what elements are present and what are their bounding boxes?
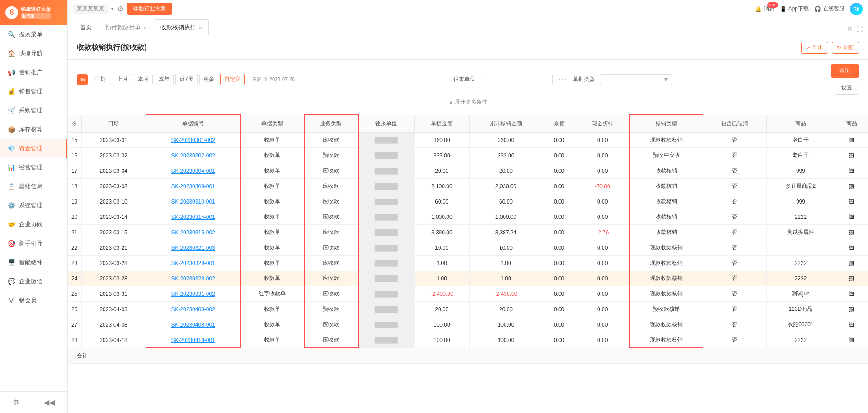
settings-button[interactable]: 设置 [835,81,859,95]
collapse-icon[interactable]: ◀◀ [41,395,57,409]
logo-icon: 6 [5,6,18,19]
cell-balance: 0.00 [542,194,576,209]
cell-writeoff: 10.00 [470,240,542,256]
sidebar-item-inventory[interactable]: 📦 库存核算 [0,120,67,139]
sidebar-item-wechat[interactable]: 💬 企业微信 [0,272,67,291]
user-avatar[interactable]: Rit [850,3,863,15]
cell-bill-no[interactable]: SK-20230403-002 [146,302,241,317]
tab-home[interactable]: 首页 [73,19,99,35]
app-download-link[interactable]: 📱 App下载 [780,5,809,13]
cell-bill-no[interactable]: SK-20230418-001 [146,332,241,348]
tab-maximize-icon[interactable]: ⛶ [856,25,863,33]
filter-toggle-button[interactable]: ≫ [77,74,88,85]
cell-cash-disc: 0.00 [576,133,630,148]
bill-no-link[interactable]: SK-20230321-003 [171,245,215,251]
cell-bill-no[interactable]: SK-20230315-002 [146,225,241,240]
bill-no-link[interactable]: SK-20230331-002 [171,291,215,297]
cell-bill-no[interactable]: SK-20230314-001 [146,209,241,225]
tab-collection-close[interactable]: ✕ [198,25,202,30]
bill-no-link[interactable]: SK-20230308-001 [171,183,215,190]
dropdown-arrow-icon[interactable]: ▾ [111,6,113,11]
cell-no: 23 [68,256,81,271]
cell-writeoff-type: 收款核销 [629,179,703,194]
topbar-gear-icon[interactable]: ⚙ [117,5,123,13]
cell-goods2-img: 🖼 [835,225,868,240]
this-month-btn[interactable]: 本月 [134,74,153,85]
cell-balance: 0.00 [542,240,576,256]
tab-prepay[interactable]: 预付款应付单 ✕ [99,19,154,35]
logo-text: 畅康道好生意 标准版 [21,6,51,19]
cell-writeoff-type: 现款收款核销 [629,332,703,348]
cell-writeoff: 333.00 [470,148,542,163]
bill-no-link[interactable]: SK-20230314-001 [171,214,215,220]
bill-no-link[interactable]: SK-20230304-001 [171,168,215,174]
sidebar-item-hardware[interactable]: 🖥️ 智能硬件 [0,253,67,272]
bill-no-link[interactable]: SK-20230310-001 [171,199,215,205]
th-gear[interactable]: ⚙ [68,115,81,133]
bill-no-link[interactable]: SK-20230418-001 [171,337,215,343]
cell-counterparty: ██████ [358,332,414,348]
sidebar-item-guide[interactable]: 🎯 新手引导 [0,234,67,253]
notification-bell[interactable]: 🔔 消息 99+ [755,5,774,13]
cell-amount: 1.00 [414,271,470,286]
expand-conditions-button[interactable]: ∨ 展开更多条件 [449,96,487,108]
cell-balance: 0.00 [542,332,576,348]
cell-bill-no[interactable]: SK-20230308-001 [146,179,241,194]
tab-prepay-close[interactable]: ✕ [143,25,147,30]
cell-bill-no[interactable]: SK-20230304-001 [146,163,241,179]
bill-no-link[interactable]: SK-20230328-001 [171,260,215,266]
sidebar-item-search[interactable]: 🔍 搜索菜单 [0,25,67,44]
bill-no-link[interactable]: SK-20230315-002 [171,229,215,236]
query-button[interactable]: 查询 [831,64,859,78]
cell-bill-no[interactable]: SK-20230310-001 [146,194,241,209]
this-year-btn[interactable]: 本年 [155,74,174,85]
bill-type-select[interactable]: 收款单 红字收款单 [600,74,672,85]
sidebar-item-system[interactable]: ⚙️ 系统管理 [0,196,67,215]
table-row: 222023-03-21SK-20230321-003收款单应收款██████1… [68,240,868,256]
bill-no-link[interactable]: SK-20230301-002 [171,137,215,143]
data-table-wrapper[interactable]: ⚙ 日期 单据编号 单据类型 业务类型 往来单位 单据金额 累计核销金额 余额 … [68,114,868,413]
cell-amount: -2,430.00 [414,286,470,302]
tab-close-all-icon[interactable]: ✕ [847,24,853,33]
export-button[interactable]: ↗ 导出 [801,42,828,54]
sidebar-item-operations[interactable]: 📊 经营管理 [0,158,67,177]
sidebar-item-marketing[interactable]: 📢 营销推广 [0,63,67,82]
cell-bill-no[interactable]: SK-20230321-003 [146,240,241,256]
settings-bottom-icon[interactable]: ⚙ [10,395,22,409]
cell-bill-no[interactable]: SK-20230302-002 [146,148,241,163]
sidebar-item-basic[interactable]: 📋 基础信息 [0,177,67,196]
bill-no-link[interactable]: SK-20230403-002 [171,306,215,313]
sidebar-item-quicknav[interactable]: 🏠 快捷导航 [0,44,67,63]
cell-bill-no[interactable]: SK-20230408-001 [146,317,241,332]
solution-button[interactable]: 体验行业方案 [127,3,172,15]
cell-no: 27 [68,317,81,332]
cell-bill-no[interactable]: SK-20230328-002 [146,271,241,286]
last-month-btn[interactable]: 上月 [113,74,132,85]
bill-no-link[interactable]: SK-20230408-001 [171,322,215,328]
tab-collection[interactable]: 收款核销执行 ✕ [154,19,209,35]
cell-include-settled: 否 [703,286,766,302]
bill-no-link[interactable]: SK-20230302-002 [171,152,215,159]
cell-include-settled: 否 [703,332,766,348]
counterparty-input[interactable] [485,76,549,83]
sidebar-item-purchase[interactable]: 🛒 采购管理 [0,101,67,120]
sidebar-item-sales[interactable]: 💰 销售管理 [0,82,67,101]
cell-goods2-img: 🖼 [835,302,868,317]
sidebar-item-vip[interactable]: V 畅会员 [0,291,67,310]
refresh-button[interactable]: ↻ 刷新 [832,42,859,54]
cell-writeoff-type: 现款收款核销 [629,240,703,256]
custom-date-btn[interactable]: 自定义 [220,74,245,85]
cell-goods2-img: 🖼 [835,256,868,271]
bill-no-link[interactable]: SK-20230328-002 [171,275,215,282]
sidebar-item-finance[interactable]: 💎 资金管理 [0,139,67,158]
sidebar-item-enterprise[interactable]: 🤝 企业协同 [0,215,67,234]
cell-balance: 0.00 [542,302,576,317]
cell-bill-no[interactable]: SK-20230328-001 [146,256,241,271]
cell-bill-no[interactable]: SK-20230331-002 [146,286,241,302]
cell-bill-no[interactable]: SK-20230301-002 [146,133,241,148]
cell-biz-type: 应收款 [304,271,358,286]
more-date-btn[interactable]: 更多 [199,74,218,85]
cell-cash-disc: 0.00 [576,240,630,256]
online-service-link[interactable]: 🎧 在线客服 [814,5,844,13]
last-7days-btn[interactable]: 近7天 [175,74,198,85]
